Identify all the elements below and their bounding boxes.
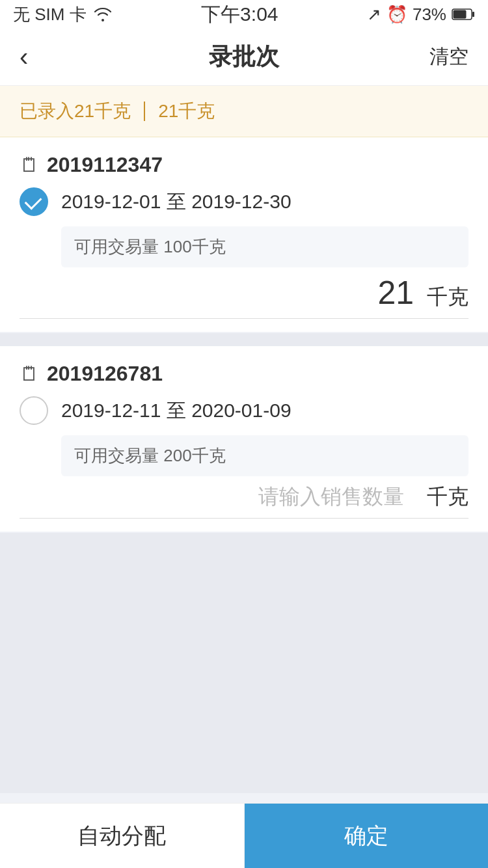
clear-button[interactable]: 清空 <box>429 44 468 70</box>
batch-id-1: 2019112347 <box>47 153 163 177</box>
recorded-value: 21千克 <box>158 99 215 124</box>
location-icon: ↗ <box>367 5 381 25</box>
batch-id-2: 2019126781 <box>47 362 163 386</box>
svg-rect-2 <box>453 10 466 19</box>
status-time: 下午3:04 <box>201 1 278 28</box>
wifi-icon <box>93 7 113 21</box>
batch-header-2: 🗒 2019126781 <box>20 362 468 386</box>
radio-checked-1[interactable] <box>20 187 48 216</box>
batch-header-1: 🗒 2019112347 <box>20 153 468 177</box>
info-divider <box>144 102 145 121</box>
batch-date-2: 2019-12-11 至 2020-01-09 <box>61 398 291 424</box>
battery-icon <box>452 8 475 21</box>
back-button[interactable]: ‹ <box>20 42 59 72</box>
clock-icon: ⏰ <box>386 5 407 25</box>
unit-2: 千克 <box>427 483 468 511</box>
batch-date-1: 2019-12-01 至 2019-12-30 <box>61 189 291 215</box>
value-row-1: 21 千克 <box>20 267 468 318</box>
auto-distribute-button[interactable]: 自动分配 <box>0 804 245 868</box>
batch-date-row-2[interactable]: 2019-12-11 至 2020-01-09 <box>20 396 468 425</box>
nav-bar: ‹ 录批次 清空 <box>0 29 488 86</box>
available-qty-1: 可用交易量 100千克 <box>74 237 226 256</box>
input-line-1 <box>20 318 468 319</box>
status-right: ↗ ⏰ 73% <box>367 5 475 25</box>
svg-rect-1 <box>472 12 474 17</box>
no-sim-text: 无 SIM 卡 <box>13 3 87 26</box>
status-bar: 无 SIM 卡 下午3:04 ↗ ⏰ 73% <box>0 0 488 29</box>
value-row-2: 千克 <box>20 476 468 518</box>
unit-1: 千克 <box>427 283 468 312</box>
battery-text: 73% <box>413 5 446 25</box>
page-title: 录批次 <box>209 41 279 73</box>
confirm-button[interactable]: 确定 <box>245 804 489 868</box>
status-left: 无 SIM 卡 <box>13 3 113 26</box>
recorded-label: 已录入21千克 <box>20 99 131 124</box>
batch-qty-1: 可用交易量 100千克 <box>61 226 468 267</box>
radio-unchecked-2[interactable] <box>20 396 48 425</box>
info-banner: 已录入21千克 21千克 <box>0 86 488 137</box>
bottom-spacer <box>0 533 488 793</box>
batch-icon-2: 🗒 <box>20 363 39 385</box>
quantity-input-2[interactable] <box>153 485 414 509</box>
batch-qty-2: 可用交易量 200千克 <box>61 435 468 476</box>
available-qty-2: 可用交易量 200千克 <box>74 446 226 465</box>
batch-card-1: 🗒 2019112347 2019-12-01 至 2019-12-30 可用交… <box>0 137 488 332</box>
input-line-2 <box>20 518 468 519</box>
filled-value-1: 21 <box>377 274 414 312</box>
batch-icon-1: 🗒 <box>20 154 39 176</box>
section-separator <box>0 333 488 346</box>
batch-date-row-1[interactable]: 2019-12-01 至 2019-12-30 <box>20 187 468 216</box>
batch-card-2: 🗒 2019126781 2019-12-11 至 2020-01-09 可用交… <box>0 346 488 532</box>
footer: 自动分配 确定 <box>0 803 488 868</box>
